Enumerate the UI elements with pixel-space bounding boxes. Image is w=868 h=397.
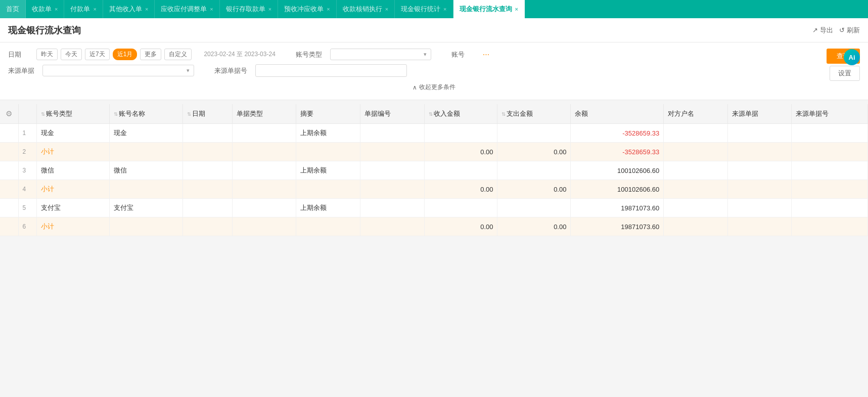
cell-date: [183, 217, 232, 236]
source-doc-arrow-icon: ▾: [187, 67, 190, 74]
close-tab-icon[interactable]: ×: [385, 6, 388, 12]
nav-tab-receipt[interactable]: 收款单×: [26, 0, 64, 18]
nav-tab-ar-ap-adjust[interactable]: 应收应付调整单×: [155, 0, 219, 18]
close-tab-icon[interactable]: ×: [210, 6, 213, 12]
cell-counterparty: [664, 161, 728, 180]
nav-tab-home[interactable]: 首页: [0, 0, 26, 18]
refresh-button[interactable]: ↺ 刷新: [839, 26, 860, 35]
nav-tab-receipt-verify[interactable]: 收款核销执行×: [337, 0, 395, 18]
cell-balance: -3528659.33: [571, 124, 664, 143]
cell-balance: 19871073.60: [571, 199, 664, 217]
row-index: 3: [18, 161, 36, 180]
account-label: 账号: [451, 50, 472, 59]
source-doc-no-input[interactable]: [255, 64, 407, 77]
cell-income: 0.00: [424, 143, 497, 161]
ai-avatar[interactable]: Ai: [844, 49, 860, 65]
table-row: 2小计0.000.00-3528659.33: [0, 143, 868, 161]
cell-source-doc-no: [792, 217, 868, 236]
nav-tab-pre-receipt[interactable]: 预收冲应收单×: [278, 0, 336, 18]
cell-doc-no: [360, 199, 424, 217]
cell-doc-type: [232, 180, 296, 199]
header-actions: ↗ 导出 ↺ 刷新: [812, 26, 860, 35]
cell-source-doc: [727, 161, 792, 180]
cell-doc-type: [232, 161, 296, 180]
top-nav: 首页收款单×付款单×其他收入单×应收应付调整单×银行存取款单×预收冲应收单×收款…: [0, 0, 868, 18]
filter-area: 日期 昨天今天近7天近1月更多自定义 2023-02-24 至 2023-03-…: [0, 42, 868, 100]
cell-date: [183, 199, 232, 217]
table-row: 1现金现金上期余额-3528659.33: [0, 124, 868, 143]
row-gear: [0, 124, 18, 143]
date-option-自定义[interactable]: 自定义: [164, 49, 192, 60]
settings-button[interactable]: 设置: [830, 66, 860, 81]
cell-summary: 上期余额: [296, 124, 360, 143]
column-income[interactable]: ⇅收入金额: [424, 104, 497, 124]
data-table: ⚙⇅账号类型⇅账号名称⇅日期单据类型摘要单据编号⇅收入金额⇅支出金额余额对方户名…: [0, 104, 868, 236]
nav-tab-cash-flow[interactable]: 现金银行流水查询×: [453, 0, 525, 18]
row-gear: [0, 217, 18, 236]
close-tab-icon[interactable]: ×: [515, 6, 518, 12]
cell-source-doc: [727, 180, 792, 199]
cell-income: [424, 161, 497, 180]
collapse-icon: ∧: [413, 84, 417, 91]
close-tab-icon[interactable]: ×: [55, 6, 58, 12]
nav-tab-other-income[interactable]: 其他收入单×: [103, 0, 155, 18]
cell-balance: -3528659.33: [571, 143, 664, 161]
cell-date: [183, 143, 232, 161]
column-gear[interactable]: ⚙: [0, 104, 18, 124]
cell-source-doc: [727, 199, 792, 217]
column-source_doc_no: 来源单据号: [792, 104, 868, 124]
nav-tab-payment[interactable]: 付款单×: [64, 0, 103, 18]
date-label: 日期: [8, 50, 28, 59]
column-expense[interactable]: ⇅支出金额: [497, 104, 571, 124]
row-index: 5: [18, 199, 36, 217]
account-type-select[interactable]: ▾: [330, 49, 431, 60]
cell-date: [183, 161, 232, 180]
date-option-更多[interactable]: 更多: [140, 49, 161, 60]
column-doc_type: 单据类型: [232, 104, 296, 124]
sort-icon: ⇅: [501, 111, 506, 117]
close-tab-icon[interactable]: ×: [145, 6, 148, 12]
export-button[interactable]: ↗ 导出: [812, 26, 833, 35]
cell-summary: 上期余额: [296, 161, 360, 180]
cell-income: [424, 124, 497, 143]
nav-tab-cash-stat[interactable]: 现金银行统计×: [395, 0, 453, 18]
close-tab-icon[interactable]: ×: [327, 6, 330, 12]
row-gear: [0, 180, 18, 199]
close-tab-icon[interactable]: ×: [93, 6, 96, 12]
table-row: 6小计0.000.0019871073.60: [0, 217, 868, 236]
source-doc-label: 来源单据: [8, 66, 34, 75]
column-date[interactable]: ⇅日期: [183, 104, 232, 124]
cell-balance: 100102606.60: [571, 180, 664, 199]
cell-doc-type: [232, 124, 296, 143]
date-option-今天[interactable]: 今天: [61, 49, 82, 60]
account-ellipsis[interactable]: ···: [480, 49, 492, 60]
date-option-近7天[interactable]: 近7天: [85, 49, 110, 60]
cell-source-doc-no: [792, 199, 868, 217]
cell-source-doc-no: [792, 161, 868, 180]
source-doc-select[interactable]: ▾: [42, 65, 194, 76]
cell-summary: [296, 180, 360, 199]
date-option-昨天[interactable]: 昨天: [36, 49, 58, 60]
cell-doc-no: [360, 161, 424, 180]
refresh-icon: ↺: [839, 26, 845, 34]
column-account_name[interactable]: ⇅账号名称: [110, 104, 183, 124]
column-account_type[interactable]: ⇅账号类型: [36, 104, 110, 124]
date-option-近1月[interactable]: 近1月: [113, 49, 138, 60]
row-gear: [0, 161, 18, 180]
close-tab-icon[interactable]: ×: [268, 6, 271, 12]
row-index: 2: [18, 143, 36, 161]
cell-source-doc-no: [792, 180, 868, 199]
cell-doc-no: [360, 217, 424, 236]
cell-source-doc: [727, 124, 792, 143]
cell-counterparty: [664, 180, 728, 199]
collapse-label: 收起更多条件: [419, 83, 455, 92]
cell-date: [183, 180, 232, 199]
close-tab-icon[interactable]: ×: [443, 6, 446, 12]
nav-tab-bank-deposit[interactable]: 银行存取款单×: [220, 0, 278, 18]
page-title: 现金银行流水查询: [8, 24, 81, 36]
row-index: 1: [18, 124, 36, 143]
collapse-bar[interactable]: ∧ 收起更多条件: [8, 81, 860, 94]
cell-income: [424, 199, 497, 217]
cell-income: 0.00: [424, 180, 497, 199]
cell-counterparty: [664, 217, 728, 236]
